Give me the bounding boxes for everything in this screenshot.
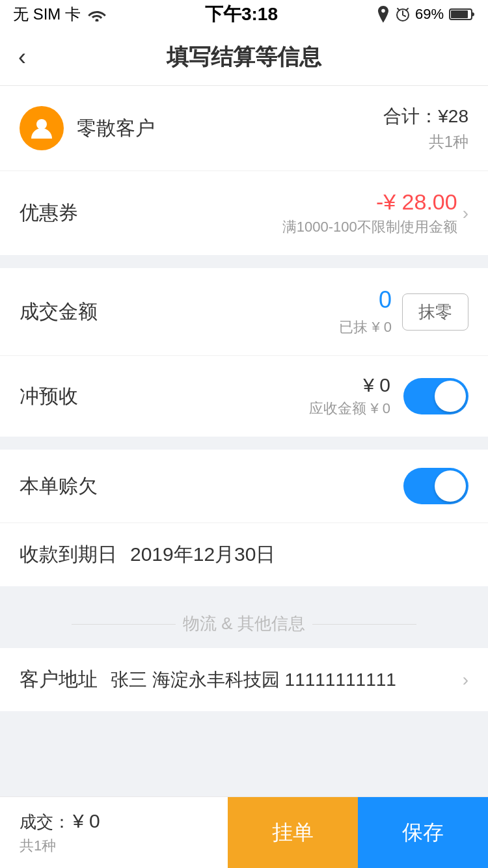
coupon-amount: -¥ 28.00 bbox=[282, 189, 457, 215]
status-right: 69% bbox=[376, 6, 475, 23]
back-button[interactable]: ‹ bbox=[18, 44, 26, 71]
prepay-amount: ¥ 0 bbox=[309, 374, 390, 396]
deal-amount-value: 0 bbox=[339, 286, 392, 314]
debt-label: 本单赊欠 bbox=[20, 473, 98, 500]
customer-summary: 合计：¥28 共1种 bbox=[383, 104, 468, 152]
toggle-knob bbox=[435, 381, 466, 412]
svg-rect-2 bbox=[451, 10, 468, 18]
debt-toggle[interactable] bbox=[403, 468, 468, 504]
round-zero-button[interactable]: 抹零 bbox=[402, 293, 468, 331]
customer-name: 零散客户 bbox=[77, 115, 155, 142]
bottom-info: 成交： ¥ 0 共1种 bbox=[0, 810, 228, 856]
prepay-row: 冲预收 ¥ 0 应收金额 ¥ 0 bbox=[0, 355, 488, 437]
nav-bar: ‹ 填写结算等信息 bbox=[0, 29, 488, 86]
bottom-deal-row: 成交： ¥ 0 bbox=[20, 810, 208, 834]
bottom-bar: 成交： ¥ 0 共1种 挂单 保存 bbox=[0, 796, 488, 868]
coupon-row[interactable]: 优惠券 -¥ 28.00 满1000-100不限制使用金额 › bbox=[0, 170, 488, 255]
battery-text: 69% bbox=[415, 6, 444, 23]
debt-toggle-knob bbox=[435, 470, 466, 502]
no-sim-text: 无 SIM 卡 bbox=[13, 4, 81, 25]
address-chevron-icon: › bbox=[463, 670, 468, 690]
address-value: 张三 海淀永丰科技园 11111111111 bbox=[111, 668, 463, 692]
amount-section: 成交金额 0 已抹 ¥ 0 抹零 冲预收 ¥ 0 应收金额 ¥ 0 bbox=[0, 268, 488, 437]
status-time: 下午3:18 bbox=[205, 2, 278, 27]
prepay-right: ¥ 0 应收金额 ¥ 0 bbox=[309, 374, 468, 418]
status-left: 无 SIM 卡 bbox=[13, 4, 107, 25]
debt-section: 本单赊欠 收款到期日 2019年12月30日 bbox=[0, 450, 488, 586]
deal-amount-wrap: 0 已抹 ¥ 0 bbox=[339, 286, 392, 337]
person-icon bbox=[29, 115, 55, 141]
coupon-label: 优惠券 bbox=[20, 200, 78, 226]
duedate-label: 收款到期日 bbox=[20, 541, 117, 568]
divider-section: 物流 & 其他信息 bbox=[0, 599, 488, 648]
coupon-right: -¥ 28.00 满1000-100不限制使用金额 › bbox=[282, 189, 468, 237]
address-row[interactable]: 客户地址 张三 海淀永丰科技园 11111111111 › bbox=[0, 648, 488, 711]
customer-avatar bbox=[20, 106, 64, 150]
alarm-icon bbox=[396, 6, 410, 23]
svg-point-3 bbox=[36, 119, 47, 129]
chevron-right-icon: › bbox=[463, 203, 468, 224]
location-icon bbox=[376, 6, 390, 23]
address-label: 客户地址 bbox=[20, 666, 98, 693]
save-button[interactable]: 保存 bbox=[358, 797, 488, 869]
bottom-count: 共1种 bbox=[20, 836, 208, 856]
divider-label: 物流 & 其他信息 bbox=[20, 612, 468, 635]
customer-count: 共1种 bbox=[383, 131, 468, 152]
duedate-row: 收款到期日 2019年12月30日 bbox=[0, 522, 488, 586]
prepay-toggle[interactable] bbox=[403, 378, 468, 414]
customer-info: 零散客户 bbox=[20, 106, 155, 150]
customer-total: 合计：¥28 bbox=[383, 104, 468, 129]
deal-amount-label: 成交金额 bbox=[20, 299, 98, 325]
battery-icon bbox=[449, 7, 475, 21]
prepay-receivable: 应收金额 ¥ 0 bbox=[309, 399, 390, 418]
content: 零散客户 合计：¥28 共1种 优惠券 -¥ 28.00 满1000-100不限… bbox=[0, 86, 488, 854]
hang-button[interactable]: 挂单 bbox=[228, 797, 358, 869]
customer-section: 零散客户 合计：¥28 共1种 优惠券 -¥ 28.00 满1000-100不限… bbox=[0, 86, 488, 255]
prepay-amount-wrap: ¥ 0 应收金额 ¥ 0 bbox=[309, 374, 390, 418]
bottom-deal-amount: ¥ 0 bbox=[73, 810, 100, 832]
duedate-value: 2019年12月30日 bbox=[130, 541, 275, 568]
coupon-desc: 满1000-100不限制使用金额 bbox=[282, 217, 457, 237]
bottom-deal-label: 成交： bbox=[20, 811, 70, 834]
prepay-label: 冲预收 bbox=[20, 383, 78, 410]
deal-amount-row: 成交金额 0 已抹 ¥ 0 抹零 bbox=[0, 268, 488, 355]
deal-amount-right: 0 已抹 ¥ 0 抹零 bbox=[339, 286, 468, 337]
wifi-icon bbox=[87, 7, 107, 21]
debt-row: 本单赊欠 bbox=[0, 450, 488, 522]
address-section: 客户地址 张三 海淀永丰科技园 11111111111 › bbox=[0, 648, 488, 711]
customer-row: 零散客户 合计：¥28 共1种 bbox=[0, 86, 488, 170]
page-title: 填写结算等信息 bbox=[167, 42, 321, 72]
coupon-info: -¥ 28.00 满1000-100不限制使用金额 bbox=[282, 189, 457, 237]
status-bar: 无 SIM 卡 下午3:18 69% bbox=[0, 0, 488, 29]
deal-amount-sub: 已抹 ¥ 0 bbox=[339, 318, 392, 337]
